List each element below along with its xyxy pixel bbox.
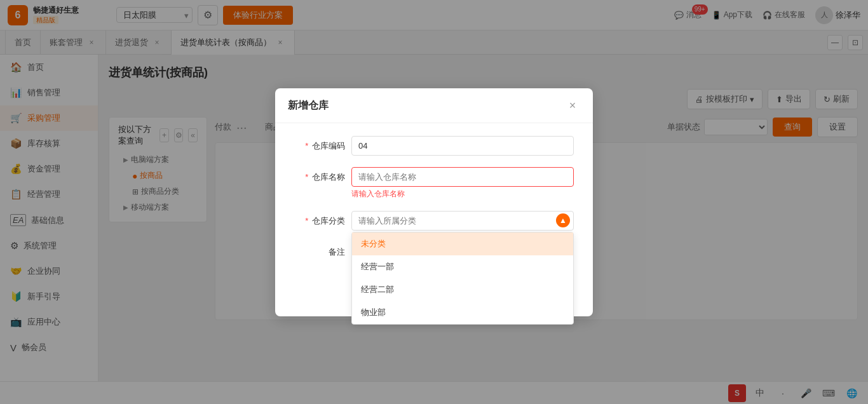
warehouse-name-input[interactable] xyxy=(351,167,574,187)
cat-option-dept1[interactable]: 经营一部 xyxy=(352,255,573,278)
note-label: 备注 xyxy=(294,242,345,258)
modal-body: * 仓库编码 * 仓库名称 请输入仓库名称 xyxy=(275,123,593,282)
name-field-wrap: 请输入仓库名称 xyxy=(351,167,574,199)
code-field-wrap xyxy=(351,136,574,156)
cat-option-property[interactable]: 物业部 xyxy=(352,301,573,324)
category-toggle-btn[interactable]: ▲ xyxy=(556,213,570,227)
required-star3: * xyxy=(305,216,308,226)
modal-title: 新增仓库 xyxy=(288,99,329,112)
name-label: * 仓库名称 xyxy=(294,167,345,183)
warehouse-category-input[interactable] xyxy=(351,211,574,231)
category-label: * 仓库分类 xyxy=(294,211,345,227)
modal-header: 新增仓库 × xyxy=(275,88,593,123)
form-row-code: * 仓库编码 xyxy=(294,136,574,156)
required-star: * xyxy=(305,141,308,151)
form-row-category: * 仓库分类 ▲ 未分类 经营一部 经营二部 物业部 xyxy=(294,211,574,231)
warehouse-code-input[interactable] xyxy=(351,136,574,156)
code-label: * 仓库编码 xyxy=(294,136,345,152)
cat-option-dept2[interactable]: 经营二部 xyxy=(352,278,573,301)
cat-option-unclassified[interactable]: 未分类 xyxy=(352,232,573,255)
new-warehouse-modal: 新增仓库 × * 仓库编码 * 仓库名称 xyxy=(275,88,593,316)
required-star2: * xyxy=(305,172,308,182)
name-error-msg: 请输入仓库名称 xyxy=(351,189,574,199)
modal-close-button[interactable]: × xyxy=(565,98,580,114)
category-dropdown: 未分类 经营一部 经营二部 物业部 xyxy=(351,232,574,325)
modal-overlay[interactable]: 新增仓库 × * 仓库编码 * 仓库名称 xyxy=(0,0,868,404)
form-row-name: * 仓库名称 请输入仓库名称 xyxy=(294,167,574,199)
category-field-wrap: ▲ 未分类 经营一部 经营二部 物业部 xyxy=(351,211,574,231)
